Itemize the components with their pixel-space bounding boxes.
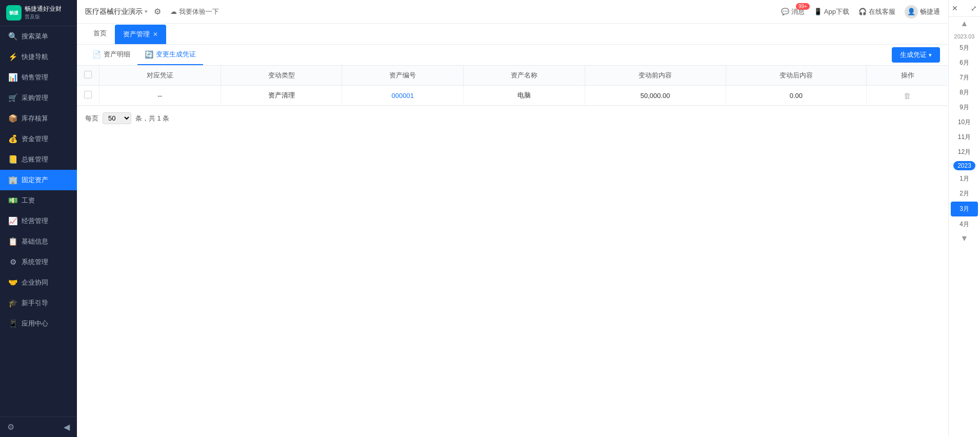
month-8[interactable]: 8月 — [949, 85, 980, 100]
date-down-arrow[interactable]: ▼ — [949, 232, 980, 245]
month-4[interactable]: 4月 — [949, 217, 980, 232]
month-5[interactable]: 5月 — [949, 41, 980, 55]
avatar: 👤 — [905, 5, 918, 18]
app-label: App下载 — [824, 7, 849, 16]
tab-close-icon[interactable]: ✕ — [153, 31, 158, 38]
total-label: 条，共 1 条 — [135, 114, 169, 123]
month-3-active[interactable]: 3月 — [951, 202, 978, 216]
nav-tabs: 首页资产管理✕ — [77, 24, 948, 45]
row-before-change: 50,000.00 — [585, 86, 726, 106]
month-10[interactable]: 10月 — [949, 115, 980, 130]
header-checkbox-cell — [77, 66, 99, 86]
header-before-change: 变动前内容 — [585, 66, 726, 86]
service-btn[interactable]: 🎧 在线客服 — [858, 7, 895, 16]
message-btn[interactable]: 💬 消息 99+ — [781, 7, 805, 16]
sidebar-label-system: 系统管理 — [22, 257, 48, 267]
app-download-btn[interactable]: 📱 App下载 — [814, 7, 849, 16]
row-checkbox[interactable] — [84, 91, 92, 98]
month-11[interactable]: 11月 — [949, 130, 980, 145]
app-center-icon: 📱 — [8, 319, 17, 328]
tab-asset-detail[interactable]: 📄 资产明细 — [85, 45, 137, 65]
sidebar-label-basic-info: 基础信息 — [22, 237, 48, 246]
generate-arrow-icon: ▾ — [929, 52, 932, 58]
sidebar-item-funds[interactable]: 💰资金管理 — [0, 129, 77, 149]
row-asset-code: 000001 — [342, 86, 464, 106]
exp-label: 我要体验一下 — [179, 7, 219, 16]
user-profile-btn[interactable]: 👤 畅捷通 — [905, 5, 940, 18]
row-asset-name: 电脑 — [464, 86, 585, 106]
sales-icon: 📊 — [8, 73, 17, 82]
header-asset-name: 资产名称 — [464, 66, 585, 86]
sidebar-item-inventory[interactable]: 📦库存核算 — [0, 108, 77, 129]
sidebar-footer: ⚙ ◀ — [0, 416, 77, 437]
tab-asset-detail-label: 资产明细 — [104, 50, 130, 59]
message-icon: 💬 — [781, 8, 789, 15]
sidebar-item-operations[interactable]: 📈经营管理 — [0, 211, 77, 231]
logo-title: 畅捷通好业财 — [25, 5, 62, 13]
sidebar-item-search[interactable]: 🔍搜索菜单 — [0, 26, 77, 47]
panel-expand-icon[interactable]: ⤢ — [971, 4, 977, 12]
per-page-select[interactable]: 10 20 50 100 — [103, 112, 131, 124]
sidebar-item-app-center[interactable]: 📱应用中心 — [0, 313, 77, 334]
month-6[interactable]: 6月 — [949, 55, 980, 70]
sidebar-label-app-center: 应用中心 — [22, 319, 48, 328]
payroll-icon: 💵 — [8, 196, 17, 205]
month-1[interactable]: 1月 — [949, 171, 980, 186]
panel-close-icon[interactable]: ✕ — [952, 4, 958, 12]
header-after-change: 变动后内容 — [726, 66, 867, 86]
year-label-top: 2023.03 — [949, 30, 980, 41]
sidebar-item-payroll[interactable]: 💵工资 — [0, 190, 77, 211]
sidebar-item-sales[interactable]: 📊销售管理 — [0, 67, 77, 88]
topbar-gear-icon[interactable]: ⚙ — [154, 7, 161, 16]
company-arrow-icon: ▾ — [145, 8, 148, 15]
service-label: 在线客服 — [869, 7, 895, 16]
operations-icon: 📈 — [8, 216, 17, 226]
row-after-change: 0.00 — [726, 86, 867, 106]
corp-collab-icon: 🤝 — [8, 278, 17, 287]
header-change-type: 变动类型 — [221, 66, 342, 86]
sidebar: 畅捷 畅捷通好业财 普及版 🔍搜索菜单⚡快捷导航📊销售管理🛒采购管理📦库存核算💰… — [0, 0, 77, 437]
settings-icon[interactable]: ⚙ — [7, 422, 14, 432]
sidebar-label-fixed-assets: 固定资产 — [22, 175, 48, 185]
month-2[interactable]: 2月 — [949, 186, 980, 201]
company-selector[interactable]: 医疗器械行业演示 ▾ — [85, 7, 148, 16]
sidebar-label-ledger: 总账管理 — [22, 155, 48, 164]
table-row: -- 资产清理 000001 电脑 50,000.00 0.00 🗑 — [77, 86, 948, 106]
sidebar-nav: 🔍搜索菜单⚡快捷导航📊销售管理🛒采购管理📦库存核算💰资金管理📒总账管理🏢固定资产… — [0, 26, 77, 416]
nav-tab-资产管理[interactable]: 资产管理✕ — [115, 25, 166, 44]
asset-table: 对应凭证 变动类型 资产编号 资产名称 变动前内容 变动后内容 操作 — [77, 66, 948, 106]
sidebar-item-guide[interactable]: 🎓新手引导 — [0, 293, 77, 313]
sidebar-item-quick-nav[interactable]: ⚡快捷导航 — [0, 47, 77, 67]
sidebar-item-basic-info[interactable]: 📋基础信息 — [0, 231, 77, 252]
topbar-experience[interactable]: ☁ 我要体验一下 — [170, 7, 219, 16]
month-7[interactable]: 7月 — [949, 70, 980, 85]
guide-icon: 🎓 — [8, 299, 17, 308]
date-up-arrow[interactable]: ▲ — [949, 17, 980, 30]
generate-label: 生成凭证 — [900, 50, 927, 59]
sidebar-item-ledger[interactable]: 📒总账管理 — [0, 149, 77, 170]
sidebar-item-purchase[interactable]: 🛒采购管理 — [0, 88, 77, 108]
generate-voucher-button[interactable]: 生成凭证 ▾ — [892, 47, 940, 63]
ledger-icon: 📒 — [8, 155, 17, 164]
delete-button[interactable]: 🗑 — [904, 91, 911, 100]
header-checkbox[interactable] — [84, 71, 92, 78]
inner-tabs: 📄 资产明细 🔄 变更生成凭证 生成凭证 ▾ — [77, 45, 948, 66]
sidebar-label-sales: 销售管理 — [22, 73, 48, 82]
row-action: 🗑 — [867, 86, 948, 106]
date-list: ▲ 2023.03 5月 6月 7月 8月 9月 10月 11月 12月 202… — [949, 17, 980, 437]
collapse-icon[interactable]: ◀ — [64, 422, 70, 432]
sidebar-item-system[interactable]: ⚙系统管理 — [0, 252, 77, 272]
content-area: 📄 资产明细 🔄 变更生成凭证 生成凭证 ▾ 对应凭证 — [77, 45, 948, 437]
asset-detail-icon: 📄 — [92, 50, 101, 58]
sidebar-item-corp-collab[interactable]: 🤝企业协同 — [0, 272, 77, 293]
sidebar-label-guide: 新手引导 — [22, 299, 48, 308]
month-9[interactable]: 9月 — [949, 100, 980, 115]
sidebar-item-fixed-assets[interactable]: 🏢固定资产 — [0, 170, 77, 190]
sidebar-logo: 畅捷 畅捷通好业财 普及版 — [0, 0, 77, 26]
table-header-row: 对应凭证 变动类型 资产编号 资产名称 变动前内容 变动后内容 操作 — [77, 66, 948, 86]
sidebar-label-payroll: 工资 — [22, 196, 35, 205]
purchase-icon: 🛒 — [8, 93, 17, 103]
nav-tab-首页[interactable]: 首页 — [85, 24, 115, 44]
month-12[interactable]: 12月 — [949, 145, 980, 160]
tab-change-voucher[interactable]: 🔄 变更生成凭证 — [137, 45, 203, 65]
